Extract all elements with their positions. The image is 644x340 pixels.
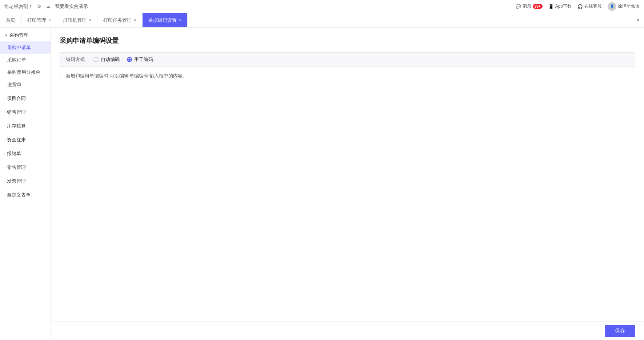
example-text[interactable]: 我要看实例演示 [55,3,88,10]
sidebar-group-funds-header[interactable]: › 资金往来 [0,134,51,146]
save-button[interactable]: 保存 [605,325,635,337]
sidebar-group-expense-report: › 报销单 [0,147,51,160]
app-title: 给老板勿割！ [4,3,33,10]
sidebar-group-inventory: › 库存核算 [0,120,51,132]
coding-description: 新增和编辑单据编时,可以编辑'单编编号'输入框中的内容。 [66,73,187,78]
close-tab-printer-management[interactable]: × [89,18,91,23]
sidebar-item-goods-receipt[interactable]: 进货单 [0,78,51,91]
sidebar-group-purchase-label: 采购管理 [9,32,28,39]
main-layout: ▼ 采购管理 采购申请单 采购订单 采购费用分摊单 进货单 › 项目合同 [0,28,644,340]
tab-home[interactable]: 首页 [0,13,21,27]
sidebar-group-project-contract-header[interactable]: › 项目合同 [0,92,51,105]
close-tab-print-management[interactable]: × [48,18,51,23]
cloud-icon: ☁ [46,4,51,9]
settings-icon[interactable]: ⚙ [37,4,41,9]
radio-manual-label: 手工编码 [134,56,153,63]
sidebar-group-invoice-header[interactable]: › 发票管理 [0,175,51,187]
sidebar-group-project-contract-label: 项目合同 [7,95,26,102]
sidebar-group-retail-header[interactable]: › 零售管理 [0,161,51,174]
phone-icon: 📱 [548,4,554,9]
sidebar-item-purchase-expense-label: 采购费用分摊单 [7,69,40,75]
close-all-tabs-button[interactable]: × [632,13,644,27]
sidebar-group-retail: › 零售管理 [0,161,51,174]
app-download-button[interactable]: 📱 App下数 [548,3,572,9]
tab-print-management[interactable]: 打印管理 × [21,13,57,27]
user-profile[interactable]: 👤 徐泽华修改 [608,2,640,11]
sidebar-group-sales-header[interactable]: › 销售管理 [0,106,51,118]
sidebar-group-expense-report-header[interactable]: › 报销单 [0,147,51,160]
page-title: 采购申请单编码设置 [60,36,635,45]
avatar: 👤 [608,2,616,11]
sidebar: ▼ 采购管理 采购申请单 采购订单 采购费用分摊单 进货单 › 项目合同 [0,28,51,340]
sidebar-group-custom-form: › 自定义表单 [0,189,51,201]
sidebar-group-invoice-label: 发票管理 [7,178,26,185]
sidebar-item-purchase-expense[interactable]: 采购费用分摊单 [0,66,51,78]
user-name: 徐泽华修改 [618,3,640,9]
app-download-label: App下数 [555,3,572,9]
tab-print-task-label: 打印任务管理 [103,17,132,24]
tab-print-task-management[interactable]: 打印任务管理 × [97,13,143,27]
tab-print-management-label: 打印管理 [27,17,46,24]
radio-auto-code[interactable]: 自动编码 [93,56,120,63]
sidebar-group-retail-label: 零售管理 [7,164,26,171]
radio-auto-label: 自动编码 [101,56,120,63]
sidebar-item-purchase-requisition-label: 采购申请单 [7,45,31,50]
message-button[interactable]: 💬 消息 99+ [516,3,543,9]
online-service-label: 在线客服 [584,3,602,9]
sidebar-group-expense-report-label: 报销单 [7,150,21,157]
coding-section: 编码方式 自动编码 手工编码 新增和编辑单据编时,可以编辑'单编编号'输入框中的 [60,52,635,85]
tab-document-code-label: 单据编码设置 [148,17,177,24]
sidebar-item-purchase-requisition[interactable]: 采购申请单 [0,41,51,54]
chevron-right-icon-8: › [4,193,5,197]
top-bar-left: 给老板勿割！ ⚙ ☁ 我要看实例演示 [4,3,88,10]
radio-group: 自动编码 手工编码 [93,56,153,63]
sidebar-group-inventory-header[interactable]: › 库存核算 [0,120,51,132]
sidebar-item-purchase-order[interactable]: 采购订单 [0,54,51,66]
chevron-right-icon: › [4,97,5,101]
coding-body: 新增和编辑单据编时,可以编辑'单编编号'输入框中的内容。 [60,67,635,85]
sidebar-group-invoice: › 发票管理 [0,175,51,187]
tab-home-label: 首页 [6,17,15,24]
top-bar: 给老板勿割！ ⚙ ☁ 我要看实例演示 💬 消息 99+ 📱 App下数 🎧 在线… [0,0,644,13]
chevron-right-icon-4: › [4,138,5,142]
close-tab-print-task[interactable]: × [134,18,136,23]
top-bar-right: 💬 消息 99+ 📱 App下数 🎧 在线客服 👤 徐泽华修改 [516,2,640,11]
radio-auto-circle [93,57,99,62]
sidebar-group-custom-form-header[interactable]: › 自定义表单 [0,189,51,201]
online-service-button[interactable]: 🎧 在线客服 [577,3,602,9]
message-label: 消息 [523,3,531,9]
chevron-down-icon: ▼ [4,33,8,37]
sidebar-item-goods-receipt-label: 进货单 [7,82,21,87]
message-badge: 99+ [533,4,543,9]
sidebar-group-funds-label: 资金往来 [7,137,26,143]
headset-icon: 🎧 [577,4,583,9]
tab-document-code-settings[interactable]: 单据编码设置 × [143,13,188,27]
chevron-right-icon-5: › [4,152,5,156]
close-tab-document-code[interactable]: × [179,18,181,23]
sidebar-item-purchase-order-label: 采购订单 [7,57,26,62]
sidebar-group-custom-form-label: 自定义表单 [7,192,31,198]
sidebar-group-sales-label: 销售管理 [7,109,26,116]
chevron-right-icon-6: › [4,166,5,170]
sidebar-group-purchase-header[interactable]: ▼ 采购管理 [0,29,51,41]
chevron-right-icon-7: › [4,179,5,183]
content-area: 采购申请单编码设置 编码方式 自动编码 手工编码 [51,28,644,340]
sidebar-group-funds: › 资金往来 [0,134,51,146]
chevron-right-icon-3: › [4,124,5,128]
content-inner: 采购申请单编码设置 编码方式 自动编码 手工编码 [51,28,644,321]
chevron-right-icon-2: › [4,110,5,114]
sidebar-group-inventory-label: 库存核算 [7,123,26,129]
content-footer: 保存 [51,321,644,340]
tab-printer-management-label: 打印机管理 [63,17,87,24]
coding-header: 编码方式 自动编码 手工编码 [60,53,635,67]
tab-printer-management[interactable]: 打印机管理 × [57,13,97,27]
coding-method-label: 编码方式 [66,56,85,63]
message-icon: 💬 [516,4,521,9]
sidebar-group-sales: › 销售管理 [0,106,51,118]
tab-bar: 首页 打印管理 × 打印机管理 × 打印任务管理 × 单据编码设置 × × [0,13,644,28]
radio-manual-code[interactable]: 手工编码 [127,56,153,63]
sidebar-group-purchase: ▼ 采购管理 采购申请单 采购订单 采购费用分摊单 进货单 [0,29,51,91]
sidebar-group-project-contract: › 项目合同 [0,92,51,105]
radio-manual-circle [127,57,132,62]
